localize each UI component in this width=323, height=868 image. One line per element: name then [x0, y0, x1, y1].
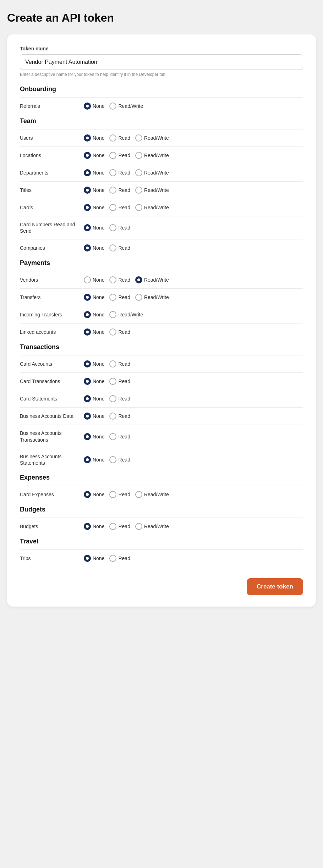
radio-input-none[interactable] [84, 103, 91, 110]
radio-input-none[interactable] [84, 276, 91, 283]
radio-option-read[interactable]: Read [109, 378, 130, 385]
radio-input-read-write[interactable] [135, 134, 142, 142]
radio-input-read[interactable] [109, 523, 116, 530]
radio-option-read-write[interactable]: Read/Write [135, 187, 169, 194]
radio-input-none[interactable] [84, 378, 91, 385]
radio-input-read[interactable] [109, 276, 116, 283]
radio-input-read[interactable] [109, 555, 116, 562]
radio-input-read-write[interactable] [109, 103, 116, 110]
radio-input-none[interactable] [84, 328, 91, 336]
radio-option-none[interactable]: None [84, 555, 104, 562]
radio-option-read[interactable]: Read [109, 413, 130, 420]
radio-option-none[interactable]: None [84, 204, 104, 211]
radio-option-none[interactable]: None [84, 395, 104, 402]
radio-option-none[interactable]: None [84, 523, 104, 530]
radio-input-read[interactable] [109, 328, 116, 336]
radio-option-read-write[interactable]: Read/Write [135, 169, 169, 176]
radio-input-read-write[interactable] [135, 152, 142, 159]
radio-option-read-write[interactable]: Read/Write [135, 276, 169, 283]
radio-option-none[interactable]: None [84, 491, 104, 498]
radio-option-read-write[interactable]: Read/Write [109, 311, 143, 318]
radio-option-none[interactable]: None [84, 328, 104, 336]
radio-option-read[interactable]: Read [109, 328, 130, 336]
radio-input-none[interactable] [84, 294, 91, 301]
radio-input-read[interactable] [109, 378, 116, 385]
radio-input-read-write[interactable] [135, 204, 142, 211]
radio-option-read[interactable]: Read [109, 456, 130, 463]
radio-option-none[interactable]: None [84, 378, 104, 385]
radio-input-read[interactable] [109, 152, 116, 159]
radio-input-none[interactable] [84, 491, 91, 498]
radio-option-read[interactable]: Read [109, 491, 130, 498]
radio-input-read-write[interactable] [135, 276, 142, 283]
radio-option-none[interactable]: None [84, 169, 104, 176]
radio-input-read[interactable] [109, 204, 116, 211]
radio-option-none[interactable]: None [84, 103, 104, 110]
radio-input-read[interactable] [109, 224, 116, 231]
radio-input-none[interactable] [84, 360, 91, 367]
radio-option-read-write[interactable]: Read/Write [109, 103, 143, 110]
radio-input-none[interactable] [84, 224, 91, 231]
radio-input-none[interactable] [84, 244, 91, 251]
radio-option-read[interactable]: Read [109, 433, 130, 440]
radio-option-read[interactable]: Read [109, 224, 130, 231]
radio-input-read-write[interactable] [135, 294, 142, 301]
radio-option-read-write[interactable]: Read/Write [135, 134, 169, 142]
radio-input-read[interactable] [109, 456, 116, 463]
radio-input-read[interactable] [109, 169, 116, 176]
radio-input-none[interactable] [84, 204, 91, 211]
radio-option-none[interactable]: None [84, 413, 104, 420]
radio-option-none[interactable]: None [84, 311, 104, 318]
radio-option-read[interactable]: Read [109, 360, 130, 367]
radio-input-read-write[interactable] [135, 523, 142, 530]
radio-option-read[interactable]: Read [109, 169, 130, 176]
radio-input-read[interactable] [109, 491, 116, 498]
radio-option-read-write[interactable]: Read/Write [135, 204, 169, 211]
radio-option-read-write[interactable]: Read/Write [135, 294, 169, 301]
radio-input-read[interactable] [109, 134, 116, 142]
radio-option-none[interactable]: None [84, 152, 104, 159]
token-name-input[interactable] [20, 54, 303, 70]
radio-input-none[interactable] [84, 523, 91, 530]
radio-option-none[interactable]: None [84, 134, 104, 142]
radio-input-read-write[interactable] [135, 491, 142, 498]
radio-option-none[interactable]: None [84, 244, 104, 251]
radio-option-read[interactable]: Read [109, 555, 130, 562]
radio-input-none[interactable] [84, 152, 91, 159]
radio-input-read[interactable] [109, 187, 116, 194]
radio-input-read[interactable] [109, 360, 116, 367]
radio-input-none[interactable] [84, 413, 91, 420]
radio-option-read-write[interactable]: Read/Write [135, 491, 169, 498]
radio-option-read-write[interactable]: Read/Write [135, 152, 169, 159]
radio-input-none[interactable] [84, 311, 91, 318]
radio-option-read[interactable]: Read [109, 523, 130, 530]
radio-input-none[interactable] [84, 187, 91, 194]
create-token-button[interactable]: Create token [247, 578, 303, 595]
radio-input-none[interactable] [84, 134, 91, 142]
radio-input-read-write[interactable] [135, 187, 142, 194]
radio-option-read[interactable]: Read [109, 276, 130, 283]
radio-option-read[interactable]: Read [109, 152, 130, 159]
radio-option-none[interactable]: None [84, 294, 104, 301]
radio-option-none[interactable]: None [84, 456, 104, 463]
radio-option-none[interactable]: None [84, 224, 104, 231]
radio-input-none[interactable] [84, 555, 91, 562]
radio-option-none[interactable]: None [84, 433, 104, 440]
radio-input-none[interactable] [84, 433, 91, 440]
radio-input-read-write[interactable] [109, 311, 116, 318]
radio-input-read[interactable] [109, 413, 116, 420]
radio-option-read[interactable]: Read [109, 395, 130, 402]
radio-option-read[interactable]: Read [109, 204, 130, 211]
radio-option-read-write[interactable]: Read/Write [135, 523, 169, 530]
radio-input-none[interactable] [84, 456, 91, 463]
radio-option-none[interactable]: None [84, 187, 104, 194]
radio-input-read[interactable] [109, 433, 116, 440]
radio-input-none[interactable] [84, 395, 91, 402]
radio-input-read[interactable] [109, 244, 116, 251]
radio-option-read[interactable]: Read [109, 134, 130, 142]
radio-input-read[interactable] [109, 395, 116, 402]
radio-option-read[interactable]: Read [109, 244, 130, 251]
radio-option-read[interactable]: Read [109, 294, 130, 301]
radio-option-none[interactable]: None [84, 360, 104, 367]
radio-option-read[interactable]: Read [109, 187, 130, 194]
